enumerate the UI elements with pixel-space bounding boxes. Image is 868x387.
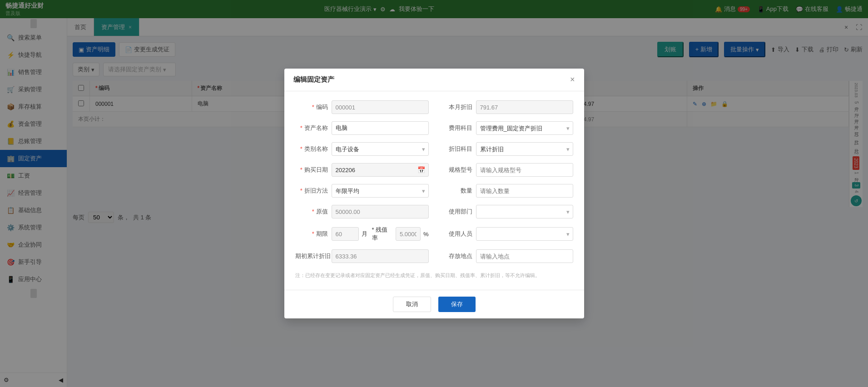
dep-category-field: 折旧科目 累计折旧: [440, 142, 573, 156]
location-input[interactable]: [476, 249, 573, 263]
residual-rate-input[interactable]: [396, 227, 421, 241]
modal-overlay: 编辑固定资产 × * 编码 本月折旧 * 资产名称: [0, 0, 868, 387]
cancel-button[interactable]: 取消: [393, 297, 431, 312]
dep-method-field: * 折旧方法 年限平均: [295, 184, 429, 198]
modal-header: 编辑固定资产 ×: [284, 69, 584, 91]
duration-residual-field: * 期限 月 * 残值率 %: [295, 226, 429, 242]
category-field: * 类别名称 电子设备: [295, 142, 429, 156]
modal-footer: 取消 保存: [284, 290, 584, 318]
department-select[interactable]: [476, 205, 573, 218]
spec-input[interactable]: [476, 163, 573, 177]
modal-close-btn[interactable]: ×: [570, 75, 575, 84]
department-select-wrap: [476, 205, 573, 218]
modal-body: * 编码 本月折旧 * 资产名称 费用科目: [284, 91, 584, 290]
acc-dep-field: 期初累计折旧: [295, 249, 429, 263]
code-input[interactable]: [332, 100, 429, 114]
purchase-date-input[interactable]: [332, 163, 429, 177]
quantity-field: 数量: [440, 184, 573, 198]
monthly-dep-input: [476, 100, 573, 114]
edit-modal: 编辑固定资产 × * 编码 本月折旧 * 资产名称: [284, 69, 584, 318]
form-note: 注：已经存在变更记录或者对应固定资产已经生成凭证，原值、购买日期、残值率、累计折…: [295, 270, 573, 281]
quantity-input[interactable]: [476, 184, 573, 198]
dep-category-select-wrap: 累计折旧: [476, 142, 573, 156]
department-field: 使用部门: [440, 205, 573, 218]
user-field: 使用人员: [440, 226, 573, 242]
expense-category-select-wrap: 管理费用_固定资产折旧: [476, 121, 573, 135]
code-field: * 编码: [295, 100, 429, 114]
category-select-wrap: 电子设备: [332, 142, 429, 156]
dep-category-select[interactable]: 累计折旧: [476, 142, 573, 156]
save-button[interactable]: 保存: [438, 297, 476, 312]
expense-category-select[interactable]: 管理费用_固定资产折旧: [476, 121, 573, 135]
duration-input[interactable]: [332, 227, 359, 241]
duration-inline: 月 * 残值率 %: [332, 226, 429, 242]
modal-title: 编辑固定资产: [293, 75, 334, 84]
expense-category-field: 费用科目 管理费用_固定资产折旧: [440, 121, 573, 135]
location-field: 存放地点: [440, 249, 573, 263]
user-select[interactable]: [476, 227, 573, 241]
monthly-dep-field: 本月折旧: [440, 100, 573, 114]
purchase-date-wrap: 📅: [332, 163, 429, 177]
dep-method-select-wrap: 年限平均: [332, 184, 429, 198]
spec-field: 规格型号: [440, 163, 573, 177]
purchase-date-field: * 购买日期 📅: [295, 163, 429, 177]
original-field: * 原值: [295, 205, 429, 218]
name-input[interactable]: [332, 121, 429, 135]
dep-method-select[interactable]: 年限平均: [332, 184, 429, 198]
acc-dep-input: [332, 249, 429, 263]
user-select-wrap: [476, 227, 573, 241]
form-grid: * 编码 本月折旧 * 资产名称 费用科目: [295, 100, 573, 281]
category-select[interactable]: 电子设备: [332, 142, 429, 156]
name-field: * 资产名称: [295, 121, 429, 135]
original-input[interactable]: [332, 205, 429, 218]
